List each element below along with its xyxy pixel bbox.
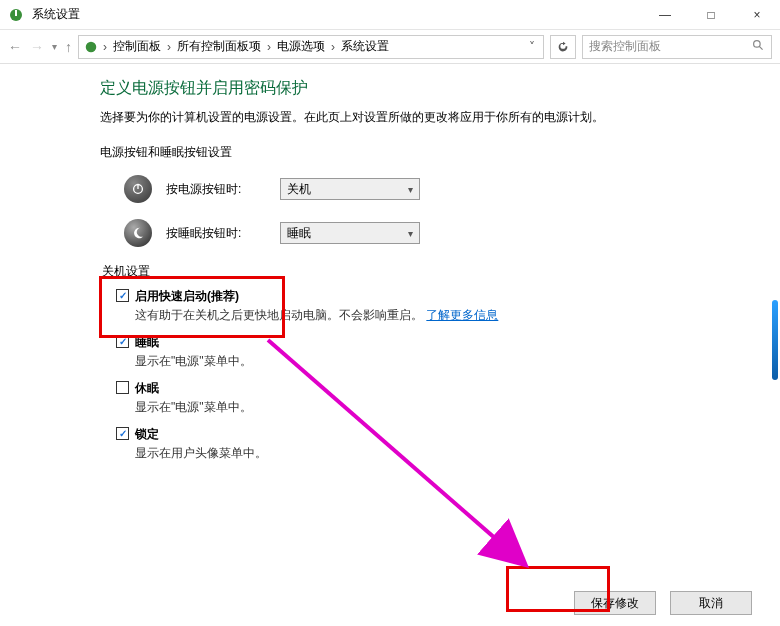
- breadcrumb-item[interactable]: 控制面板: [111, 38, 163, 55]
- sleep-button-label: 按睡眠按钮时:: [166, 225, 266, 242]
- footer: 保存修改 取消: [0, 580, 780, 626]
- scrollbar[interactable]: [772, 300, 778, 380]
- sleep-option: 睡眠: [116, 334, 760, 351]
- breadcrumb-item[interactable]: 所有控制面板项: [175, 38, 263, 55]
- fast-startup-checkbox[interactable]: [116, 289, 129, 302]
- sleep-option-label: 睡眠: [135, 334, 159, 351]
- breadcrumb-item[interactable]: 系统设置: [339, 38, 391, 55]
- learn-more-link[interactable]: 了解更多信息: [426, 308, 498, 322]
- lock-checkbox[interactable]: [116, 427, 129, 440]
- sleep-checkbox[interactable]: [116, 335, 129, 348]
- title-bar: 系统设置 — □ ×: [0, 0, 780, 30]
- back-button[interactable]: ←: [8, 39, 22, 55]
- lock-option-label: 锁定: [135, 426, 159, 443]
- close-button[interactable]: ×: [734, 0, 780, 30]
- hibernate-option: 休眠: [116, 380, 760, 397]
- sleep-icon: [124, 219, 152, 247]
- svg-line-4: [759, 46, 762, 49]
- address-bar: ← → ▾ ↑ › 控制面板 › 所有控制面板项 › 电源选项 › 系统设置 ˅…: [0, 30, 780, 64]
- lock-option: 锁定: [116, 426, 760, 443]
- breadcrumb-item[interactable]: 电源选项: [275, 38, 327, 55]
- power-options-icon: [8, 7, 24, 23]
- shutdown-settings-header: 关机设置: [100, 263, 760, 280]
- search-icon: [752, 39, 765, 55]
- search-placeholder: 搜索控制面板: [589, 38, 752, 55]
- cancel-button[interactable]: 取消: [670, 591, 752, 615]
- window-controls: — □ ×: [642, 0, 780, 30]
- hibernate-option-desc: 显示在"电源"菜单中。: [135, 399, 760, 416]
- chevron-down-icon: ▾: [408, 228, 413, 239]
- breadcrumb[interactable]: › 控制面板 › 所有控制面板项 › 电源选项 › 系统设置 ˅: [78, 35, 544, 59]
- section-header: 电源按钮和睡眠按钮设置: [100, 144, 760, 161]
- page-title: 定义电源按钮并启用密码保护: [100, 78, 760, 99]
- fast-startup-label: 启用快速启动(推荐): [135, 288, 239, 305]
- minimize-button[interactable]: —: [642, 0, 688, 30]
- power-button-select[interactable]: 关机 ▾: [280, 178, 420, 200]
- chevron-right-icon[interactable]: ›: [265, 40, 273, 54]
- power-button-row: 按电源按钮时: 关机 ▾: [124, 175, 760, 203]
- breadcrumb-dropdown[interactable]: ˅: [525, 40, 539, 54]
- window-title: 系统设置: [32, 6, 642, 23]
- hibernate-checkbox[interactable]: [116, 381, 129, 394]
- chevron-right-icon[interactable]: ›: [165, 40, 173, 54]
- sleep-option-desc: 显示在"电源"菜单中。: [135, 353, 760, 370]
- chevron-down-icon: ▾: [408, 184, 413, 195]
- svg-point-3: [754, 40, 761, 47]
- up-button[interactable]: ↑: [65, 39, 72, 55]
- power-options-icon: [83, 39, 99, 55]
- save-button[interactable]: 保存修改: [574, 591, 656, 615]
- select-value: 关机: [287, 181, 311, 198]
- svg-point-2: [86, 41, 97, 52]
- maximize-button[interactable]: □: [688, 0, 734, 30]
- chevron-right-icon[interactable]: ›: [101, 40, 109, 54]
- power-icon: [124, 175, 152, 203]
- recent-dropdown[interactable]: ▾: [52, 41, 57, 52]
- sleep-button-row: 按睡眠按钮时: 睡眠 ▾: [124, 219, 760, 247]
- hibernate-option-label: 休眠: [135, 380, 159, 397]
- content-area: 定义电源按钮并启用密码保护 选择要为你的计算机设置的电源设置。在此页上对设置所做…: [0, 64, 780, 578]
- lock-option-desc: 显示在用户头像菜单中。: [135, 445, 760, 462]
- svg-rect-1: [15, 10, 17, 16]
- fast-startup-option: 启用快速启动(推荐): [116, 288, 760, 305]
- sleep-button-select[interactable]: 睡眠 ▾: [280, 222, 420, 244]
- forward-button[interactable]: →: [30, 39, 44, 55]
- power-button-label: 按电源按钮时:: [166, 181, 266, 198]
- page-description: 选择要为你的计算机设置的电源设置。在此页上对设置所做的更改将应用于你所有的电源计…: [100, 109, 760, 126]
- chevron-right-icon[interactable]: ›: [329, 40, 337, 54]
- search-input[interactable]: 搜索控制面板: [582, 35, 772, 59]
- refresh-button[interactable]: [550, 35, 576, 59]
- select-value: 睡眠: [287, 225, 311, 242]
- fast-startup-desc: 这有助于在关机之后更快地启动电脑。不会影响重启。 了解更多信息: [135, 307, 760, 324]
